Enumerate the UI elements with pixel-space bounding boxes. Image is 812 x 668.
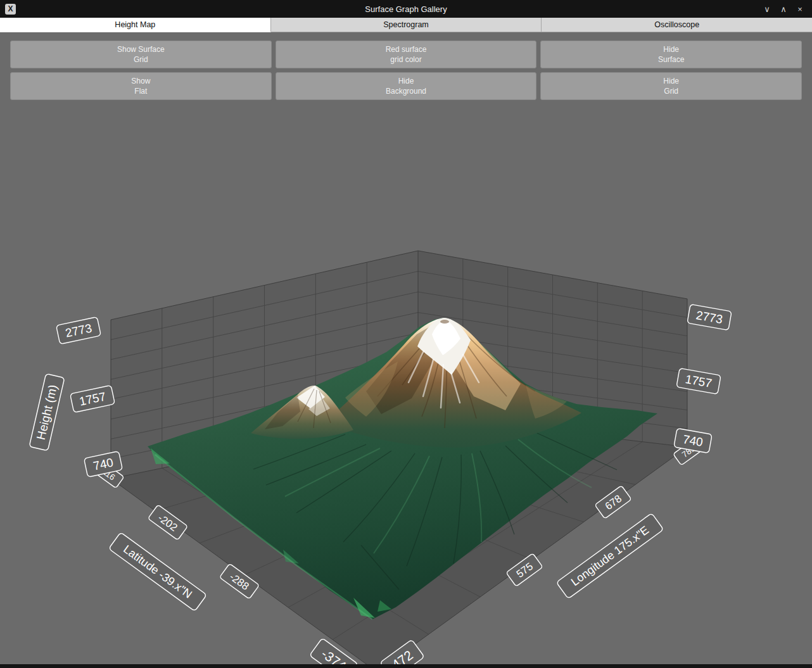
tick-height-left-2773: 2773 xyxy=(56,317,101,344)
surface-graph-canvas[interactable]: -116 781 2773 1757 740 xyxy=(0,99,812,668)
axis-title-latitude: Latitude -39.x"N xyxy=(109,533,207,612)
button-label: Show Surface xyxy=(117,44,165,54)
surface-chart-svg: -116 781 2773 1757 740 xyxy=(0,99,812,668)
window-bottom-edge xyxy=(0,664,812,668)
crater xyxy=(440,320,449,324)
svg-text:Latitude -39.x"N: Latitude -39.x"N xyxy=(121,543,194,601)
hide-background-button[interactable]: Hide Background xyxy=(276,72,537,100)
button-label: Hide xyxy=(398,76,414,86)
toolbar: Show Surface Grid Red surface grid color… xyxy=(0,32,812,101)
tab-spectrogram[interactable]: Spectrogram xyxy=(271,18,542,32)
maximize-button[interactable]: ∧ xyxy=(777,3,790,15)
surface-grid-color-button[interactable]: Red surface grid color xyxy=(276,41,537,68)
button-label: Hide xyxy=(663,44,679,54)
close-button[interactable]: × xyxy=(793,3,807,15)
button-label: Red surface xyxy=(386,44,427,54)
axis-title-height: Height (m) xyxy=(29,374,65,451)
button-label: Surface xyxy=(658,54,684,65)
show-surface-grid-button[interactable]: Show Surface Grid xyxy=(10,41,272,68)
tab-height-map[interactable]: Height Map xyxy=(0,18,271,32)
button-label: Background xyxy=(386,86,426,96)
window-controls: ∨ ∧ × xyxy=(760,3,812,15)
hide-grid-button[interactable]: Hide Grid xyxy=(540,72,802,100)
show-flat-button[interactable]: Show Flat xyxy=(10,72,272,100)
button-label: Hide xyxy=(663,76,679,86)
button-label: Grid xyxy=(664,86,678,96)
hide-surface-button[interactable]: Hide Surface xyxy=(540,41,802,68)
window-title: Surface Graph Gallery xyxy=(0,4,812,14)
shade-button[interactable]: ∨ xyxy=(760,3,774,15)
tab-oscilloscope[interactable]: Oscilloscope xyxy=(542,18,812,32)
tab-bar: Height Map Spectrogram Oscilloscope xyxy=(0,18,812,32)
tick-height-right-2773: 2773 xyxy=(687,304,732,330)
app-window: X Surface Graph Gallery ∨ ∧ × Height Map… xyxy=(0,0,812,668)
button-label: Flat xyxy=(134,86,147,96)
app-icon[interactable]: X xyxy=(5,4,16,15)
tick-height-left-1757: 1757 xyxy=(70,385,115,412)
button-label: grid color xyxy=(390,54,421,65)
title-bar: X Surface Graph Gallery ∨ ∧ × xyxy=(0,0,812,18)
svg-text:Longitude 175.x"E: Longitude 175.x"E xyxy=(569,524,651,588)
button-label: Show xyxy=(131,76,150,86)
button-label: Grid xyxy=(134,54,148,65)
